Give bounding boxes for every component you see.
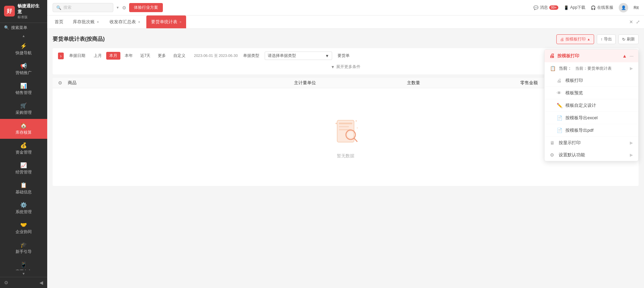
- tab-order-stats[interactable]: 要货单统计表 ×: [146, 15, 186, 28]
- sidebar-item-sales[interactable]: 📊 销售管理: [0, 79, 47, 99]
- refresh-icon: ↻: [622, 37, 625, 42]
- sidebar-item-marketing[interactable]: 📢 营销推广: [0, 59, 47, 79]
- operations-icon: 📈: [20, 162, 27, 168]
- sidebar-item-system[interactable]: ⚙️ 系统管理: [0, 198, 47, 218]
- print-template-arrow: ▲: [587, 37, 590, 41]
- tab-close-inventory-batch[interactable]: ×: [97, 20, 99, 24]
- header-right: 💬 消息 99+ 📱 App下载 🎧 在线客服 👤 Rit: [533, 3, 639, 12]
- tab-close-receipts-summary[interactable]: ×: [138, 20, 140, 24]
- dropdown-default-func[interactable]: ⚙ 设置默认功能 ▶: [545, 149, 638, 161]
- tab-inventory-batch[interactable]: 库存批次账 ×: [68, 15, 104, 28]
- sidebar-item-operations[interactable]: 📈 经营管理: [0, 159, 47, 179]
- tab-close-order-stats[interactable]: ×: [179, 20, 181, 24]
- page-actions: 🖨 按模板打印 ▲ ↑ 导出 ↻ 刷新: [556, 34, 639, 44]
- avatar[interactable]: 👤: [619, 3, 628, 12]
- sidebar-item-newbie[interactable]: 🎓 新手引导: [0, 238, 47, 258]
- refresh-btn[interactable]: ↻ 刷新: [618, 34, 639, 44]
- logo-icon: 好: [4, 6, 15, 17]
- filter-expand-toggle[interactable]: ›: [58, 53, 64, 59]
- sidebar-item-inventory[interactable]: 🏠 库存核算: [0, 119, 47, 139]
- date-btn-custom[interactable]: 自定义: [170, 52, 188, 60]
- date-btn-last-7-days[interactable]: 近7天: [137, 52, 154, 60]
- sidebar-item-basic[interactable]: 📋 基础信息: [0, 179, 47, 198]
- current-template-icon: 📋: [550, 66, 555, 71]
- app-logo: 好 畅捷通好生意 标准版: [0, 0, 47, 23]
- dropdown-arrow-up-icon[interactable]: ▲: [622, 53, 627, 59]
- settings-footer-icon[interactable]: ⚙: [4, 280, 8, 285]
- inventory-icon: 🏠: [20, 122, 27, 129]
- sidebar-footer: ⚙ ◀: [0, 277, 47, 288]
- global-search[interactable]: 🔍 搜索: [53, 3, 113, 12]
- svg-rect-2: [339, 126, 349, 127]
- filter-arrow-icon[interactable]: ›: [58, 53, 64, 59]
- col-header-unit: 主计量单位: [294, 80, 407, 86]
- dropdown-item-template-design[interactable]: ✏️ 模板自定义设计: [545, 99, 638, 112]
- sidebar-scroll-up[interactable]: ▲: [0, 33, 47, 39]
- search-menu[interactable]: 🔍 搜索菜单: [0, 23, 47, 33]
- printer-icon: 🖨: [560, 37, 564, 42]
- dropdown-current-template[interactable]: 📋 当前： 当前：要货单统计表 ▶: [545, 62, 638, 74]
- order-type-select[interactable]: 请选择单据类型 ▼: [265, 52, 332, 60]
- trial-btn[interactable]: 体验行业方案: [129, 3, 163, 12]
- dropdown-item-export-excel[interactable]: 📄 按模板导出excel: [545, 112, 638, 124]
- current-template-arrow: ▶: [630, 66, 633, 71]
- sidebar-scroll-down[interactable]: ▼: [0, 270, 47, 277]
- app-download-btn[interactable]: 📱 App下载: [564, 5, 585, 10]
- order-status-label: 要货单: [338, 53, 350, 59]
- dropdown-printer-icon: 🖨: [549, 53, 555, 59]
- sidebar-item-finance[interactable]: 💰 资金管理: [0, 139, 47, 159]
- system-icon: ⚙️: [20, 202, 27, 208]
- sidebar-item-enterprise[interactable]: 🤝 企业协同: [0, 218, 47, 238]
- sidebar-item-quick-nav[interactable]: ⚡ 快捷导航: [0, 39, 47, 59]
- date-btn-current-month[interactable]: 本月: [106, 52, 120, 60]
- date-btn-current-year[interactable]: 本年: [122, 52, 136, 60]
- order-type-label: 单据类型: [243, 53, 259, 59]
- svg-rect-1: [339, 123, 352, 124]
- svg-point-5: [348, 132, 354, 138]
- template-preview-icon: 👁: [557, 90, 562, 96]
- download-icon: 📱: [564, 5, 569, 10]
- service-icon: 🎧: [591, 5, 596, 10]
- display-print-arrow: ▶: [630, 140, 633, 145]
- tab-home[interactable]: 首页: [51, 17, 67, 27]
- sidebar-item-appstore[interactable]: 📱 应用中心: [0, 258, 47, 270]
- tabs-right-controls: ✕ ⤢: [629, 19, 640, 25]
- col-header-qty: 主数量: [407, 80, 520, 86]
- sidebar: 好 畅捷通好生意 标准版 🔍 搜索菜单 ▲ ⚡ 快捷导航 📢 营销推广 📊 销售…: [0, 0, 47, 288]
- tab-maximize-icon[interactable]: ⤢: [636, 19, 640, 25]
- date-filter-label: 单据日期: [69, 53, 85, 59]
- dropdown-display-print[interactable]: 🖥 按显示打印 ▶: [545, 137, 638, 149]
- purchase-icon: 🛒: [20, 102, 27, 109]
- print-template-btn[interactable]: 🖨 按模板打印 ▲: [556, 34, 594, 44]
- main-area: 🔍 搜索 ▼ ⚙ 体验行业方案 💬 消息 99+ 📱 App下载 🎧 在线客服 …: [47, 0, 644, 288]
- collapse-sidebar-icon[interactable]: ◀: [39, 280, 43, 285]
- export-icon: ↑: [601, 37, 603, 42]
- search-dropdown-arrow[interactable]: ▼: [116, 6, 119, 9]
- page-header: 要货单统计表(按商品) 🖨 按模板打印 ▲ ↑ 导出 ↻ 刷新: [53, 34, 639, 44]
- export-btn[interactable]: ↑ 导出: [597, 34, 616, 44]
- dropdown-item-template-preview[interactable]: 👁 模板预览: [545, 87, 638, 99]
- dropdown-item-template-print[interactable]: 🖨 模板打印: [545, 74, 638, 87]
- tab-close-all-icon[interactable]: ✕: [629, 19, 633, 25]
- dropdown-header: 🖨 按模板打印 ▲ ···: [545, 50, 638, 62]
- print-dropdown-popup: 🖨 按模板打印 ▲ ··· 📋 当前： 当前：要货单统计表 ▶ 🖨 模板打印: [544, 49, 639, 161]
- date-btn-prev-month[interactable]: 上月: [91, 52, 105, 60]
- messages-btn[interactable]: 💬 消息 99+: [533, 5, 558, 10]
- finance-icon: 💰: [20, 142, 27, 149]
- export-pdf-icon: 📄: [557, 128, 562, 133]
- newbie-icon: 🎓: [20, 242, 27, 248]
- sidebar-item-purchase[interactable]: 🛒 采购管理: [0, 99, 47, 119]
- dropdown-close-btn[interactable]: ···: [630, 53, 634, 59]
- table-settings-icon[interactable]: ⚙: [58, 80, 62, 86]
- current-template-value: 当前：要货单统计表: [575, 66, 612, 71]
- dropdown-item-export-pdf[interactable]: 📄 按模板导出pdf: [545, 124, 638, 137]
- search-header-icon: 🔍: [56, 5, 61, 10]
- header-gear-icon[interactable]: ⚙: [122, 5, 126, 10]
- online-service-btn[interactable]: 🎧 在线客服: [591, 5, 613, 10]
- search-icon: 🔍: [4, 25, 9, 30]
- svg-text:✦: ✦: [355, 120, 357, 123]
- tab-receipts-summary[interactable]: 收发存汇总表 ×: [105, 15, 145, 28]
- enterprise-icon: 🤝: [20, 222, 27, 228]
- order-type-dropdown-icon: ▼: [325, 54, 329, 58]
- date-btn-more[interactable]: 更多: [155, 52, 169, 60]
